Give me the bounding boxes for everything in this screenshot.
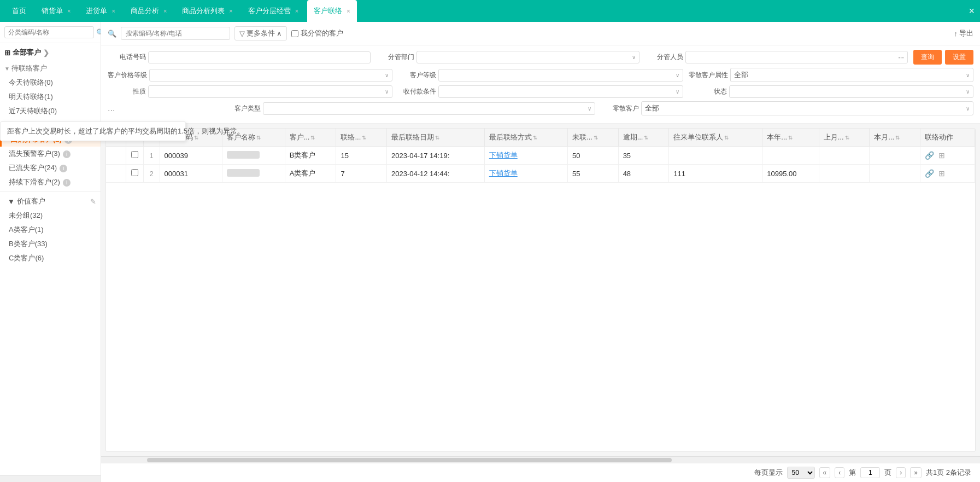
horizontal-scrollbar[interactable] [101,456,980,463]
nav-tab-purchase[interactable]: 进货单 × [79,0,121,22]
sidebar-item-7days[interactable]: 近7天待联络(0) [0,104,101,118]
row2-last-method[interactable]: 下销货单 [484,165,567,183]
page-number-input[interactable] [860,467,880,478]
th-last-date[interactable]: 最后联络日期⇅ [387,129,485,147]
row1-checkbox-cell[interactable] [126,147,143,165]
th-contact[interactable]: 联络...⇅ [336,129,387,147]
th-annual-contacts[interactable]: 往来单位联系人⇅ [669,129,762,147]
nav-tab-sales[interactable]: 销货单 × [35,0,77,22]
th-this-month[interactable]: 本月...⇅ [870,129,920,147]
row2-name-blur [227,169,260,177]
row2-name[interactable] [222,165,285,183]
th-type[interactable]: 客户...⇅ [285,129,336,147]
row2-action[interactable]: 🔗 ⊞ [920,165,975,183]
filter-cell-dept: 分管部门 ∨ [376,51,639,63]
row1-action[interactable]: 🔗 ⊞ [920,147,975,165]
nav-tab-customer-tier-close[interactable]: × [295,8,298,14]
row1-checkbox[interactable] [131,151,138,158]
manager-label: 分管人员 [645,53,683,62]
row1-code[interactable]: 000039 [160,147,222,165]
row2-last-month [819,165,870,183]
nav-tab-product-list[interactable]: 商品分析列表 × [175,0,239,22]
status-select[interactable]: ∨ [729,85,973,98]
phone-input[interactable] [148,51,371,63]
customer-level-select[interactable]: ∨ [438,69,683,82]
nav-tab-product-analysis-close[interactable]: × [163,8,167,14]
sidebar-item-class-c[interactable]: C类客户(6) [0,251,101,265]
nav-tab-home[interactable]: 首页 [5,0,33,22]
payment-select[interactable]: ∨ [438,85,683,98]
next-page-button[interactable]: › [896,467,906,478]
nav-tab-customer-tier-label: 客户分层经营 [248,6,291,16]
dept-select[interactable]: ∨ [416,51,639,63]
row2-overdue: 48 [618,165,669,183]
row2-type: A类客户 [285,165,336,183]
sidebar-item-tomorrow[interactable]: 明天待联络(1) [0,90,101,104]
value-customer-group[interactable]: ▼ 价值客户 ✎ [0,194,101,208]
row1-name[interactable] [222,147,285,165]
th-this-year[interactable]: 本年...⇅ [762,129,819,147]
edit-icon[interactable]: ✎ [90,198,96,206]
window-close-button[interactable]: × [969,5,975,17]
more-conditions-button[interactable]: ▽ 更多条件 ∧ [234,26,287,40]
row2-checkbox[interactable] [131,169,138,176]
my-customer-checkbox-label[interactable]: 我分管的客户 [291,28,343,38]
sidebar-search-icon[interactable]: 🔍 [96,28,101,37]
retail2-select[interactable]: 全部∨ [641,101,973,115]
first-page-button[interactable]: « [819,467,831,478]
filter-search-input[interactable] [121,27,230,40]
lost-warning-info-icon[interactable]: i [63,150,71,158]
row1-link-icon[interactable]: 🔗 [925,151,934,160]
scroll-thumb[interactable] [147,458,672,462]
nav-tab-customer-contact[interactable]: 客户联络 × [307,0,356,22]
nav-tab-product-analysis[interactable]: 商品分析 × [124,0,173,22]
row2-qr-icon[interactable]: ⊞ [938,169,945,178]
my-customer-checkbox[interactable] [291,30,298,37]
row1-this-month [870,147,920,165]
th-last-method[interactable]: 最后联络方式⇅ [484,129,567,147]
th-overdue[interactable]: 逾期...⇅ [618,129,669,147]
export-button[interactable]: ↑ 导出 [954,28,974,38]
nav-tab-customer-tier[interactable]: 客户分层经营 × [242,0,305,22]
nav-tab-customer-contact-close[interactable]: × [347,8,350,14]
last-page-button[interactable]: » [910,467,922,478]
th-last-month[interactable]: 上月...⇅ [819,129,870,147]
sidebar-item-class-b[interactable]: B类客户(33) [0,237,101,251]
nav-tab-purchase-close[interactable]: × [112,8,115,14]
lost-info-icon[interactable]: i [60,165,67,172]
per-page-select[interactable]: 50 10 20 100 [787,467,815,479]
nav-tab-product-list-close[interactable]: × [229,8,232,14]
row2-last-date: 2023-04-12 14:44: [387,165,485,183]
sidebar-item-lost[interactable]: 已流失客户(24) i [0,161,101,175]
ellipsis-label[interactable]: ... [108,103,115,113]
customer-type-select[interactable]: ∨ [263,102,595,115]
settings-button[interactable]: 设置 [945,50,973,65]
row1-qr-icon[interactable]: ⊞ [938,151,945,160]
row1-last-method-val[interactable]: 下销货单 [489,151,518,159]
row1-last-method[interactable]: 下销货单 [484,147,567,165]
price-level-select[interactable]: ∨ [149,69,392,82]
sidebar-item-class-a[interactable]: A类客户(1) [0,223,101,237]
retail-attr-select[interactable]: 全部∨ [730,68,973,82]
customer-type-label: 客户类型 [222,104,261,113]
row1-overdue: 35 [618,147,669,165]
sidebar-item-ungrouped[interactable]: 未分组(32) [0,208,101,223]
nav-tab-sales-close[interactable]: × [67,8,71,14]
prev-page-button[interactable]: ‹ [835,467,844,478]
sidebar-collapse-icon[interactable]: ❯ [43,49,49,57]
sidebar-search-input[interactable] [4,26,94,38]
declining-info-icon[interactable]: i [63,179,71,187]
row2-checkbox-cell[interactable] [126,165,143,183]
sidebar-item-today[interactable]: 今天待联络(0) [0,76,101,90]
sidebar-item-declining[interactable]: 持续下滑客户(2) i [0,175,101,189]
sidebar-scrollbar[interactable] [0,475,101,482]
row2-link-icon[interactable]: 🔗 [925,169,934,178]
row2-last-method-val[interactable]: 下销货单 [489,169,518,177]
sidebar-item-lost-warning[interactable]: 流失预警客户(3) i [0,147,101,161]
row2-code[interactable]: 000031 [160,165,222,183]
waiting-contact-group[interactable]: ▼ 待联络客户 [0,61,101,76]
query-button[interactable]: 查询 [913,50,942,65]
th-unread[interactable]: 未联...⇅ [568,129,619,147]
manager-select[interactable]: ··· [685,51,908,63]
gender-select[interactable]: ∨ [148,85,392,98]
